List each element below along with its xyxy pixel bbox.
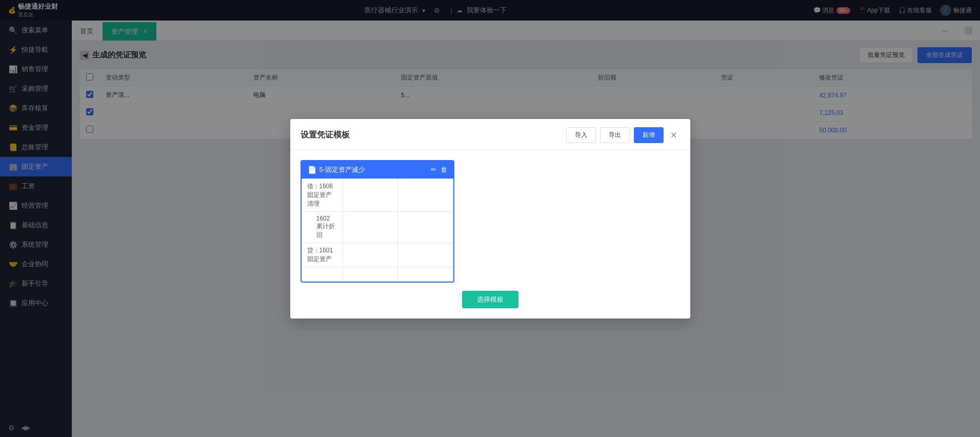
empty-cell (398, 267, 453, 281)
entry-debit (343, 178, 398, 211)
export-button[interactable]: 导出 (600, 127, 630, 143)
template-entries-body: 借：1606 固定资产清理 1602 累计折旧 贷：1601 固定资 (302, 178, 453, 281)
entry-debit (343, 243, 398, 267)
entry-credit (398, 178, 453, 211)
set-template-dialog: 设置凭证模板 导入 导出 新增 ✕ 📄 5-固定资产减少 (290, 119, 690, 319)
dialog-header: 设置凭证模板 导入 导出 新增 ✕ (290, 119, 690, 150)
new-button[interactable]: 新增 (634, 127, 664, 143)
entry-debit (343, 211, 398, 243)
entry-direction: 1602 累计折旧 (302, 211, 343, 243)
template-card-actions: ✏ 🗑 (431, 166, 447, 173)
template-entry-row: 借：1606 固定资产清理 (302, 178, 453, 211)
dialog-body: 📄 5-固定资产减少 ✏ 🗑 借：1606 (290, 150, 690, 319)
template-entry-row: 1602 累计折旧 (302, 211, 453, 243)
entry-credit (398, 211, 453, 243)
delete-template-icon[interactable]: 🗑 (441, 166, 447, 173)
template-card: 📄 5-固定资产减少 ✏ 🗑 借：1606 (301, 160, 454, 283)
template-entry-row: 贷：1601 固定资产 (302, 243, 453, 267)
template-card-header: 📄 5-固定资产减少 ✏ 🗑 (302, 161, 453, 178)
template-id: 5 (319, 166, 323, 173)
select-template-area: 选择模板 (301, 291, 680, 308)
select-template-button[interactable]: 选择模板 (462, 291, 518, 308)
import-button[interactable]: 导入 (566, 127, 596, 143)
template-id-name: 5-固定资产减少 (319, 165, 366, 174)
dialog-close-button[interactable]: ✕ (668, 129, 680, 141)
dialog-header-actions: 导入 导出 新增 ✕ (566, 127, 680, 143)
edit-template-icon[interactable]: ✏ (431, 166, 436, 173)
empty-cell (343, 267, 398, 281)
entry-credit (398, 243, 453, 267)
template-doc-icon: 📄 (308, 166, 316, 174)
empty-cell (302, 267, 343, 281)
entry-direction: 借：1606 固定资产清理 (302, 178, 343, 211)
dialog-title: 设置凭证模板 (301, 130, 350, 141)
entry-direction: 贷：1601 固定资产 (302, 243, 343, 267)
template-name: 固定资产减少 (325, 166, 365, 173)
template-card-header-left: 📄 5-固定资产减少 (308, 165, 366, 174)
dialog-overlay: 设置凭证模板 导入 导出 新增 ✕ 📄 5-固定资产减少 (0, 0, 980, 437)
template-entry-row-empty (302, 267, 453, 281)
template-entries-table: 借：1606 固定资产清理 1602 累计折旧 贷：1601 固定资 (302, 178, 453, 282)
